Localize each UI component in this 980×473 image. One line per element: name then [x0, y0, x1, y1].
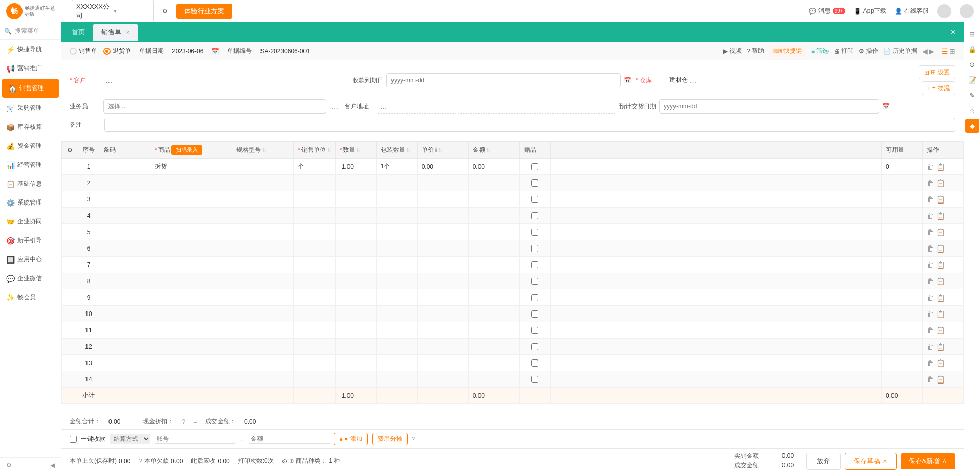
- cell-spec-6[interactable]: [232, 257, 294, 273]
- tab-bar-close-btn[interactable]: ×: [945, 28, 962, 37]
- cell-goods-2[interactable]: [150, 191, 232, 208]
- copy-icon-8[interactable]: 📋: [936, 294, 945, 302]
- delete-icon-7[interactable]: 🗑: [927, 277, 934, 285]
- table-settings-icon[interactable]: ⚙: [67, 147, 73, 154]
- cell-amount-6[interactable]: [468, 257, 519, 273]
- tab-close-icon[interactable]: ×: [126, 29, 129, 35]
- cell-qty-10[interactable]: [335, 322, 376, 339]
- nav-next-icon[interactable]: ▶: [929, 47, 934, 55]
- message-btn[interactable]: 💬 消息 99+: [809, 7, 845, 15]
- cell-pack-1[interactable]: [376, 175, 417, 191]
- cell-barcode-5[interactable]: [99, 240, 150, 257]
- sidebar-item-vip[interactable]: ✨ 畅会员: [0, 288, 61, 307]
- cell-gift-11[interactable]: [519, 339, 550, 355]
- cell-price-5[interactable]: [417, 240, 468, 257]
- cell-op-10[interactable]: 🗑 📋: [923, 322, 964, 339]
- tab-home[interactable]: 首页: [63, 24, 93, 41]
- cell-barcode-7[interactable]: [99, 273, 150, 289]
- cell-gift-2[interactable]: [519, 191, 550, 208]
- cell-gift-13[interactable]: [519, 371, 550, 388]
- copy-icon-0[interactable]: 📋: [936, 163, 945, 171]
- cell-goods-7[interactable]: [150, 273, 232, 289]
- cell-gift-6[interactable]: [519, 257, 550, 273]
- cell-pack-11[interactable]: [376, 339, 417, 355]
- copy-icon-4[interactable]: 📋: [936, 228, 945, 236]
- cell-qty-13[interactable]: [335, 371, 376, 388]
- due-date-input[interactable]: [386, 73, 621, 87]
- cell-barcode-13[interactable]: [99, 371, 150, 388]
- cell-unit-12[interactable]: [294, 355, 336, 371]
- cell-op-12[interactable]: 🗑 📋: [923, 355, 964, 371]
- cell-op-8[interactable]: 🗑 📋: [923, 289, 964, 306]
- save-new-btn[interactable]: 保存&新增 ∧: [901, 453, 955, 469]
- cell-spec-1[interactable]: [232, 175, 294, 191]
- cell-pack-4[interactable]: [376, 224, 417, 240]
- rt-note-icon[interactable]: 📝: [965, 73, 979, 87]
- cell-amount-5[interactable]: [468, 240, 519, 257]
- sidebar-item-wechat[interactable]: 💬 企业微信: [0, 269, 61, 288]
- cell-amount-2[interactable]: [468, 191, 519, 208]
- th-settings[interactable]: ⚙: [62, 142, 78, 159]
- cell-spec-2[interactable]: [232, 191, 294, 208]
- cell-amount-3[interactable]: [468, 208, 519, 224]
- dots-account-btn[interactable]: ...: [239, 436, 245, 443]
- cell-gift-12[interactable]: [519, 355, 550, 371]
- view-grid-icon[interactable]: ⊞: [949, 47, 955, 55]
- sidebar-item-base[interactable]: 📋 基础信息: [0, 174, 61, 193]
- copy-icon-2[interactable]: 📋: [936, 195, 945, 204]
- cell-barcode-9[interactable]: [99, 306, 150, 322]
- avatar[interactable]: [937, 4, 951, 18]
- cell-op-9[interactable]: 🗑 📋: [923, 306, 964, 322]
- sidebar-item-system[interactable]: ⚙️ 系统管理: [0, 193, 61, 212]
- cell-op-5[interactable]: 🗑 📋: [923, 240, 964, 257]
- history-btn[interactable]: 📄 历史单据: [883, 47, 917, 55]
- radio-return[interactable]: 退货单: [103, 47, 131, 55]
- sidebar-item-inventory[interactable]: 📦 库存核算: [0, 118, 61, 137]
- sidebar-settings-icon[interactable]: ⚙: [6, 462, 12, 469]
- delete-icon-12[interactable]: 🗑: [927, 359, 934, 367]
- cell-price-8[interactable]: [417, 289, 468, 306]
- avatar2[interactable]: [960, 4, 974, 18]
- cell-qty-2[interactable]: [335, 191, 376, 208]
- cell-price-2[interactable]: [417, 191, 468, 208]
- cell-price-3[interactable]: [417, 208, 468, 224]
- cell-unit-7[interactable]: [294, 273, 336, 289]
- cell-unit-0[interactable]: 个: [294, 159, 336, 175]
- cell-op-0[interactable]: 🗑 📋: [923, 159, 964, 175]
- settings-gear-btn[interactable]: ⚙: [158, 4, 172, 18]
- sidebar-collapse-icon[interactable]: ◀: [50, 462, 55, 469]
- shortcut-btn[interactable]: ⌨ 快捷键: [769, 45, 806, 57]
- cell-price-13[interactable]: [417, 371, 468, 388]
- cell-amount-12[interactable]: [468, 355, 519, 371]
- cell-price-0[interactable]: 0.00: [417, 159, 468, 175]
- cell-spec-5[interactable]: [232, 240, 294, 257]
- cell-op-13[interactable]: 🗑 📋: [923, 371, 964, 388]
- cell-qty-8[interactable]: [335, 289, 376, 306]
- cell-pack-10[interactable]: [376, 322, 417, 339]
- trial-btn[interactable]: 体验行业方案: [176, 4, 232, 19]
- cell-qty-7[interactable]: [335, 273, 376, 289]
- one-click-pay-checkbox[interactable]: [70, 436, 77, 443]
- cell-unit-9[interactable]: [294, 306, 336, 322]
- salesman-input[interactable]: [103, 99, 326, 114]
- cell-spec-0[interactable]: [232, 159, 294, 175]
- cell-barcode-8[interactable]: [99, 289, 150, 306]
- copy-icon-11[interactable]: 📋: [936, 343, 945, 351]
- cell-spec-4[interactable]: [232, 224, 294, 240]
- cell-unit-3[interactable]: [294, 208, 336, 224]
- copy-icon-9[interactable]: 📋: [936, 310, 945, 318]
- cell-goods-0[interactable]: 拆货: [150, 159, 232, 175]
- cell-goods-9[interactable]: [150, 306, 232, 322]
- cell-goods-10[interactable]: [150, 322, 232, 339]
- delete-icon-4[interactable]: 🗑: [927, 228, 934, 236]
- sidebar-item-sales[interactable]: 🏠 销售管理: [2, 79, 59, 98]
- cell-amount-9[interactable]: [468, 306, 519, 322]
- copy-icon-5[interactable]: 📋: [936, 244, 945, 253]
- cell-barcode-1[interactable]: [99, 175, 150, 191]
- cell-amount-4[interactable]: [468, 224, 519, 240]
- settings-panel-btn[interactable]: ⊞ ⊞ 设置: [919, 65, 955, 79]
- cell-barcode-6[interactable]: [99, 257, 150, 273]
- cell-goods-3[interactable]: [150, 208, 232, 224]
- cell-price-12[interactable]: [417, 355, 468, 371]
- cell-spec-3[interactable]: [232, 208, 294, 224]
